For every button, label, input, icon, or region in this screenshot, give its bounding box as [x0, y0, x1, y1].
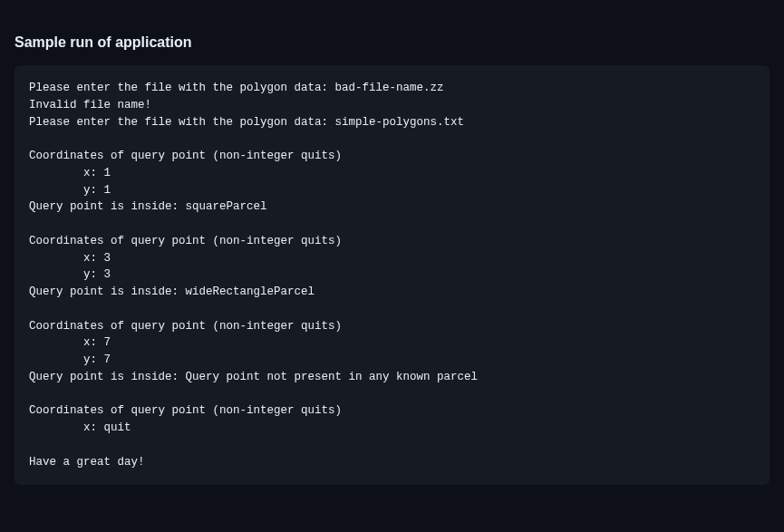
section-heading: Sample run of application [15, 34, 769, 51]
code-block: Please enter the file with the polygon d… [15, 65, 769, 485]
code-content: Please enter the file with the polygon d… [29, 80, 755, 470]
